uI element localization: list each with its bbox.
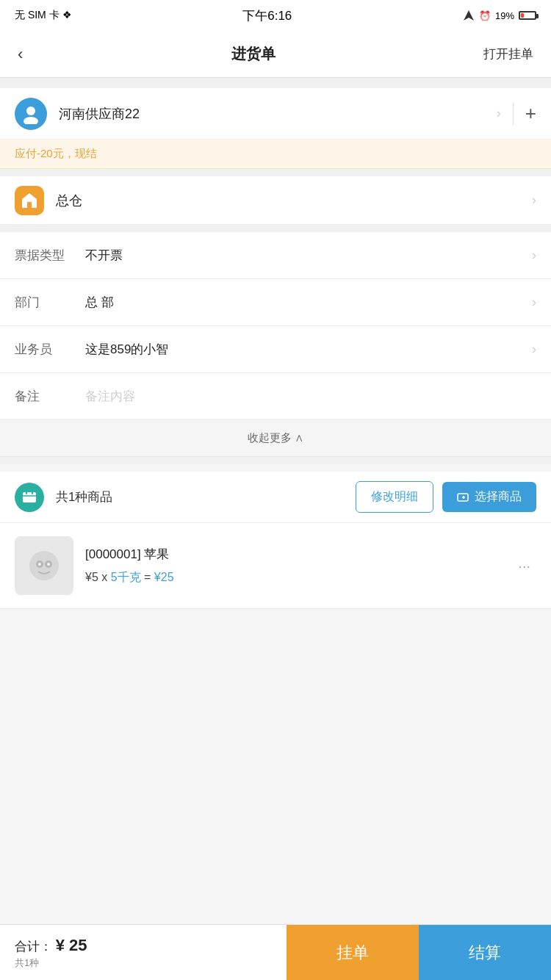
total-label: 合计： [15,940,52,954]
footer-spacer [0,609,551,665]
department-label: 部门 [15,294,73,311]
open-hang-button[interactable]: 打开挂单 [483,46,533,62]
select-product-label: 选择商品 [475,489,522,505]
mid-divider2 [0,225,551,232]
select-product-button[interactable]: 选择商品 [442,482,536,512]
hang-label: 挂单 [336,942,369,964]
more-button[interactable]: ··· [512,555,536,577]
equals: = [141,571,154,583]
battery-icon [519,11,536,20]
svg-point-2 [24,117,38,124]
svg-rect-6 [23,492,36,502]
warn-text: 应付-20元，现结 [15,147,97,159]
product-code: [0000001] [85,547,144,561]
invoice-type-label: 票据类型 [15,247,73,264]
svg-marker-0 [464,10,474,21]
svg-point-17 [47,563,50,566]
mid-divider3 [0,457,551,464]
invoice-type-chevron-icon: › [532,248,536,263]
product-item: [0000001] 苹果 ¥5 x 5千克 = ¥25 ··· [0,523,551,609]
checkout-label: 结算 [469,942,501,964]
svg-point-13 [29,551,59,580]
product-header-icon-bg [15,483,44,512]
add-button[interactable]: + [525,102,536,125]
footer-total: 合计： ¥ 25 共1种 [0,925,287,980]
product-name: [0000001] 苹果 [85,546,512,563]
location-icon [463,10,475,21]
salesperson-value: 这是859的小智 [73,341,532,358]
product-info: [0000001] 苹果 ¥5 x 5千克 = ¥25 [85,546,512,586]
back-button[interactable]: ‹ [18,45,23,64]
hang-button[interactable]: 挂单 [287,925,419,980]
invoice-type-value: 不开票 [73,247,532,264]
department-value: 总 部 [73,294,532,311]
clock-icon: ⏰ [479,10,491,21]
footer-total-main: 合计： ¥ 25 [15,936,272,955]
status-bar: 无 SIM 卡 ❖ 下午6:16 ⏰ 19% [0,0,551,31]
qty-value: 5千克 [111,571,141,583]
status-battery: ⏰ 19% [463,10,536,21]
separator [513,103,514,125]
status-signal: 无 SIM 卡 ❖ [15,9,72,22]
top-divider [0,78,551,88]
unit-price: ¥5 x [85,571,111,583]
remark-row[interactable]: 备注 备注内容 [0,373,551,420]
mid-divider1 [0,169,551,176]
warn-banner: 应付-20元，现结 [0,140,551,169]
collapse-label: 收起更多 ∧ [248,431,303,445]
page-title: 进货单 [231,44,276,64]
footer-total-sub: 共1种 [15,956,272,970]
product-count-label: 共1种商品 [56,489,356,505]
supplier-row[interactable]: 河南供应商22 › + [0,88,551,140]
supplier-chevron-icon: › [497,106,501,121]
product-thumbnail [15,536,73,595]
collapse-toggle[interactable]: 收起更多 ∧ [0,420,551,457]
salesperson-chevron-icon: › [532,342,536,357]
nav-bar: ‹ 进货单 打开挂单 [0,31,551,78]
svg-point-1 [26,107,35,115]
edit-detail-button[interactable]: 修改明细 [356,481,433,513]
svg-rect-8 [32,490,33,494]
department-chevron-icon: › [532,295,536,310]
total-value: ¥25 [154,571,174,583]
remark-label: 备注 [15,388,73,405]
warehouse-chevron-icon: › [532,192,536,208]
svg-rect-7 [26,490,27,494]
status-time: 下午6:16 [242,7,292,24]
footer: 合计： ¥ 25 共1种 挂单 结算 [0,924,551,980]
remark-value: 备注内容 [73,388,536,405]
svg-point-16 [38,563,41,566]
warehouse-label: 总仓 [56,192,532,209]
product-title: 苹果 [144,547,169,561]
salesperson-label: 业务员 [15,341,73,358]
product-header: 共1种商品 修改明细 选择商品 [0,472,551,523]
invoice-type-row[interactable]: 票据类型 不开票 › [0,232,551,279]
checkout-button[interactable]: 结算 [419,925,551,980]
product-thumb-icon [26,548,62,583]
svg-rect-5 [27,202,32,208]
product-price: ¥5 x 5千克 = ¥25 [85,570,512,586]
salesperson-row[interactable]: 业务员 这是859的小智 › [0,326,551,373]
warehouse-icon-bg [15,186,44,215]
warehouse-row[interactable]: 总仓 › [0,176,551,225]
cart-icon [457,491,470,504]
svg-marker-4 [22,193,37,199]
supplier-name: 河南供应商22 [59,105,497,123]
supplier-avatar [15,98,47,130]
total-amount: ¥ 25 [56,936,87,954]
department-row[interactable]: 部门 总 部 › [0,279,551,326]
